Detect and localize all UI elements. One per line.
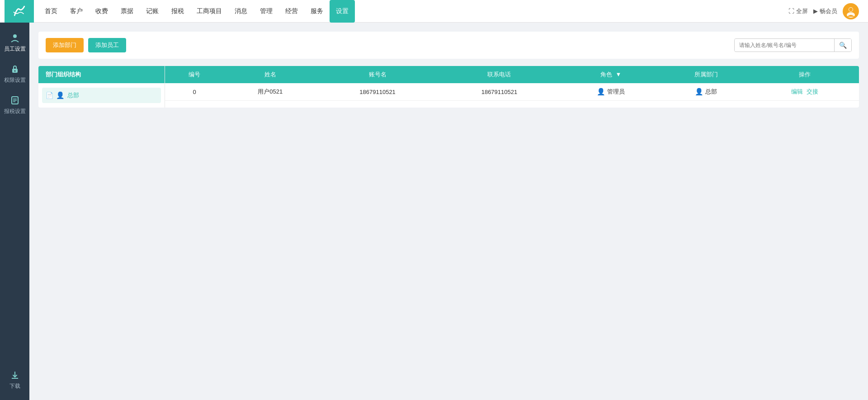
- svg-point-3: [13, 34, 17, 38]
- action-编辑[interactable]: 编辑: [791, 88, 803, 95]
- col-dept: 所属部门: [661, 66, 751, 83]
- sidebar-download[interactable]: 下载: [0, 364, 29, 395]
- nav-accounting[interactable]: 记账: [140, 0, 165, 23]
- svg-point-2: [849, 8, 853, 11]
- nav-home[interactable]: 首页: [38, 0, 64, 23]
- fullscreen-icon: ⛶: [788, 8, 794, 14]
- col-actions: 操作: [751, 66, 859, 83]
- fullscreen-button[interactable]: ⛶ 全屏: [788, 7, 808, 15]
- cell-id: 0: [165, 83, 224, 101]
- dept-name: 总部: [705, 88, 717, 96]
- table-body: 0 用户0521 18679110521 18679110521 👤 管理员 👤…: [165, 83, 859, 101]
- nav-message[interactable]: 消息: [228, 0, 254, 23]
- action-交接[interactable]: 交接: [807, 88, 818, 95]
- user-avatar[interactable]: [843, 3, 859, 19]
- dept-tree: 部门组织结构 📄 👤 总部: [38, 66, 165, 108]
- col-account: 账号名: [316, 66, 438, 83]
- vip-icon: ▶: [813, 8, 818, 14]
- col-phone: 联系电话: [439, 66, 560, 83]
- col-id: 编号: [165, 66, 224, 83]
- col-name: 姓名: [224, 66, 316, 83]
- cell-account: 18679110521: [316, 83, 438, 101]
- dept-user-icon: 👤: [695, 88, 703, 96]
- filter-icon[interactable]: ▼: [615, 71, 621, 78]
- main-content: 添加部门 添加员工 🔍 部门组织结构 📄 👤 总部: [29, 23, 868, 400]
- dept-tree-item-label: 总部: [67, 91, 79, 99]
- download-icon: [9, 370, 20, 381]
- nav-settings[interactable]: 设置: [330, 0, 355, 23]
- nav-fee[interactable]: 收费: [89, 0, 114, 23]
- sidebar: 员工设置 权限设置 报税设置: [0, 23, 29, 400]
- nav-tax[interactable]: 报税: [165, 0, 190, 23]
- report-icon: [9, 95, 20, 106]
- table-header-row: 编号 姓名 账号名 联系电话 角色 ▼ 所属部门 操作: [165, 66, 859, 83]
- sidebar-bottom: 下载: [0, 364, 29, 400]
- search-icon: 🔍: [839, 42, 847, 49]
- search-box: 🔍: [734, 38, 852, 52]
- vip-label: 畅会员: [820, 7, 837, 15]
- tree-file-icon: 📄: [46, 92, 53, 99]
- nav-client[interactable]: 客户: [64, 0, 89, 23]
- svg-point-5: [14, 71, 15, 72]
- table-row: 0 用户0521 18679110521 18679110521 👤 管理员 👤…: [165, 83, 859, 101]
- content-layout: 部门组织结构 📄 👤 总部 编号 姓名 账号名 联系电话: [38, 66, 859, 108]
- sidebar-item-employee[interactable]: 员工设置: [0, 27, 29, 58]
- top-navigation: 首页 客户 收费 票据 记账 报税 工商项目 消息 管理 经营 服务 设置 ⛶ …: [0, 0, 868, 23]
- lock-icon: [9, 64, 20, 75]
- nav-right-area: ⛶ 全屏 ▶ 畅会员: [788, 3, 863, 19]
- nav-business[interactable]: 工商项目: [190, 0, 228, 23]
- role-name: 管理员: [607, 88, 625, 96]
- role-user-icon: 👤: [597, 88, 605, 96]
- nav-manage[interactable]: 管理: [254, 0, 279, 23]
- cell-dept: 👤 总部: [661, 83, 751, 101]
- person-icon: [9, 33, 20, 43]
- sidebar-employee-label: 员工设置: [4, 45, 26, 53]
- logo[interactable]: [5, 0, 34, 23]
- add-employee-button[interactable]: 添加员工: [88, 38, 126, 52]
- add-dept-button[interactable]: 添加部门: [46, 38, 84, 52]
- cell-actions: 编辑交接: [751, 83, 859, 101]
- employee-table: 编号 姓名 账号名 联系电话 角色 ▼ 所属部门 操作 0: [165, 66, 859, 101]
- sidebar-item-permissions[interactable]: 权限设置: [0, 58, 29, 89]
- cell-name: 用户0521: [224, 83, 316, 101]
- cell-phone: 18679110521: [439, 83, 560, 101]
- sidebar-download-label: 下载: [9, 382, 20, 390]
- toolbar: 添加部门 添加员工 🔍: [38, 32, 859, 59]
- vip-button[interactable]: ▶ 畅会员: [813, 7, 837, 15]
- dept-tree-header: 部门组织结构: [38, 66, 165, 83]
- employee-table-container: 编号 姓名 账号名 联系电话 角色 ▼ 所属部门 操作 0: [165, 66, 859, 108]
- nav-operation[interactable]: 经营: [279, 0, 304, 23]
- search-input[interactable]: [735, 39, 834, 51]
- sidebar-permissions-label: 权限设置: [4, 76, 26, 84]
- cell-role: 👤 管理员: [560, 83, 661, 101]
- fullscreen-label: 全屏: [796, 7, 808, 15]
- tree-user-icon: 👤: [56, 91, 65, 99]
- nav-menu: 首页 客户 收费 票据 记账 报税 工商项目 消息 管理 经营 服务 设置: [34, 0, 788, 23]
- sidebar-tax-label: 报税设置: [4, 108, 26, 115]
- nav-service[interactable]: 服务: [304, 0, 330, 23]
- col-role: 角色 ▼: [560, 66, 661, 83]
- nav-bill[interactable]: 票据: [114, 0, 140, 23]
- sidebar-item-tax-settings[interactable]: 报税设置: [0, 89, 29, 121]
- dept-tree-body: 📄 👤 总部: [38, 83, 165, 108]
- search-button[interactable]: 🔍: [834, 39, 851, 52]
- dept-tree-item-headquarters[interactable]: 📄 👤 总部: [42, 88, 161, 103]
